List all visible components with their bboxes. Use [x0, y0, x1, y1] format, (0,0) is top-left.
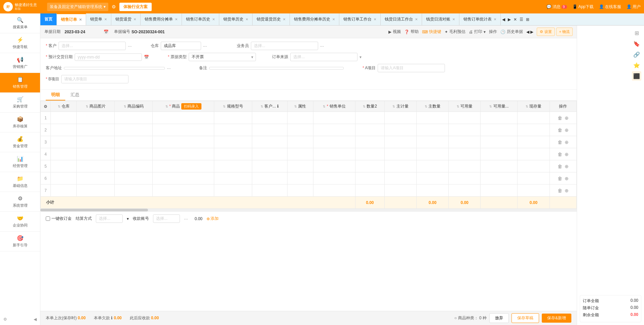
- row-product-code-2[interactable]: [115, 124, 153, 136]
- row-attributes-6[interactable]: [287, 172, 313, 185]
- row-main-unit-4[interactable]: [385, 148, 417, 160]
- a-project-input[interactable]: 请输入A项目: [378, 64, 445, 72]
- tab-prev[interactable]: ◀: [501, 17, 506, 22]
- delivery-calendar-icon[interactable]: 📅: [144, 55, 149, 59]
- industry-button[interactable]: 体验行业方案: [119, 3, 152, 11]
- row-customer-code-3[interactable]: [252, 136, 288, 148]
- row-product-code-7[interactable]: [115, 185, 153, 197]
- row-quantity2-7[interactable]: [355, 185, 384, 197]
- add-button[interactable]: ⊕ 添加: [206, 216, 219, 221]
- row-product-5[interactable]: [153, 160, 214, 172]
- tab-sales-expense[interactable]: 销售费用分摊单 ✕: [141, 13, 182, 26]
- row-quantity2-3[interactable]: [355, 136, 384, 148]
- salesperson-expand[interactable]: ···: [320, 43, 324, 49]
- row-sales-unit-3[interactable]: [313, 136, 355, 148]
- tab-sales-order[interactable]: 销售订单 ✕: [57, 13, 86, 26]
- row-product-image-5[interactable]: [77, 160, 115, 172]
- row-customer-code-2[interactable]: [252, 124, 288, 136]
- row-delete-2[interactable]: 🗑: [557, 127, 563, 133]
- row-spec-6[interactable]: [214, 172, 252, 185]
- row-main-quantity-6[interactable]: [417, 172, 449, 185]
- salesperson-input[interactable]: 选择...: [251, 42, 318, 50]
- row-warehouse-6[interactable]: [51, 172, 77, 185]
- row-sales-unit-5[interactable]: [313, 160, 355, 172]
- row-product-code-6[interactable]: [115, 172, 153, 185]
- delivery-date-input[interactable]: yyyy-mm-dd: [75, 53, 142, 61]
- row-available2-2[interactable]: [481, 124, 518, 136]
- row-spec-3[interactable]: [214, 136, 252, 148]
- row-spec-5[interactable]: [214, 160, 252, 172]
- th-settings[interactable]: ⚙: [41, 101, 51, 112]
- tab-close-invoice-history[interactable]: ✕: [245, 17, 248, 21]
- row-available2-6[interactable]: [481, 172, 518, 185]
- warehouse-expand[interactable]: ···: [203, 43, 207, 49]
- row-current-stock-6[interactable]: [518, 172, 550, 185]
- row-customer-code-4[interactable]: [252, 148, 288, 160]
- row-product-image-6[interactable]: [77, 172, 115, 185]
- row-quantity2-6[interactable]: [355, 172, 384, 185]
- row-current-stock-4[interactable]: [518, 148, 550, 160]
- tab-invoice-history[interactable]: 销货单历史 ✕: [219, 13, 253, 26]
- tab-close-all[interactable]: ✕: [512, 17, 518, 22]
- row-main-unit-1[interactable]: [385, 112, 417, 124]
- row-attributes-5[interactable]: [287, 160, 313, 172]
- row-sales-unit-1[interactable]: [313, 112, 355, 124]
- row-available-5[interactable]: [449, 160, 481, 172]
- tab-close-expense-history[interactable]: ✕: [332, 17, 335, 21]
- row-main-unit-5[interactable]: [385, 160, 417, 172]
- row-copy-5[interactable]: ⊕: [564, 163, 569, 170]
- rp-icon-link[interactable]: 🔗: [632, 50, 641, 59]
- row-available2-3[interactable]: [481, 136, 518, 148]
- row-available-6[interactable]: [449, 172, 481, 185]
- sidebar-item-system[interactable]: ⚙ 系统管理: [0, 192, 40, 212]
- sidebar-item-basic-info[interactable]: 📁 基础信息: [0, 172, 40, 192]
- one-click-deposit-checkbox[interactable]: [46, 216, 50, 221]
- row-product-code-3[interactable]: [115, 136, 153, 148]
- row-main-unit-2[interactable]: [385, 124, 417, 136]
- row-copy-3[interactable]: ⊕: [564, 139, 569, 146]
- row-attributes-1[interactable]: [287, 112, 313, 124]
- row-attributes-3[interactable]: [287, 136, 313, 148]
- tab-reconciliation[interactable]: 钱货日清对账 ✕: [422, 13, 459, 26]
- sidebar-item-enterprise[interactable]: 🤝 企业协同: [0, 212, 40, 232]
- tab-close-sales-invoice[interactable]: ✕: [104, 17, 107, 21]
- row-available2-5[interactable]: [481, 160, 518, 172]
- invoice-type-input[interactable]: 不开票: [189, 53, 256, 61]
- sub-tab-detail[interactable]: 明细: [46, 90, 65, 100]
- row-current-stock-7[interactable]: [518, 185, 550, 197]
- date-input[interactable]: 2023-03-24: [62, 29, 102, 35]
- sidebar-item-operations[interactable]: 📊 经营管理: [0, 152, 40, 172]
- app-download-btn[interactable]: 📱 App下载: [572, 4, 594, 10]
- row-main-unit-7[interactable]: [385, 185, 417, 197]
- sidebar-item-sales[interactable]: 📋 销售管理: [0, 73, 40, 93]
- customer-input[interactable]: 选择...: [59, 42, 126, 50]
- row-attributes-7[interactable]: [287, 185, 313, 197]
- row-current-stock-3[interactable]: [518, 136, 550, 148]
- tab-next[interactable]: ▶: [506, 17, 512, 22]
- row-delete-3[interactable]: 🗑: [557, 139, 563, 146]
- row-current-stock-5[interactable]: [518, 160, 550, 172]
- sidebar-item-search[interactable]: 🔍 搜索菜单: [0, 13, 40, 33]
- row-warehouse-4[interactable]: [51, 148, 77, 160]
- row-current-stock-1[interactable]: [518, 112, 550, 124]
- save-draft-button[interactable]: 保存草稿: [512, 313, 539, 323]
- row-copy-6[interactable]: ⊕: [564, 175, 569, 182]
- add-material-button[interactable]: + 物流: [556, 28, 573, 36]
- row-available2-7[interactable]: [481, 185, 518, 197]
- tab-close-return-history[interactable]: ✕: [283, 17, 286, 21]
- row-customer-code-5[interactable]: [252, 160, 288, 172]
- row-main-unit-3[interactable]: [385, 136, 417, 148]
- row-product-image-2[interactable]: [77, 124, 115, 136]
- row-customer-code-6[interactable]: [252, 172, 288, 185]
- history-btn[interactable]: 🕒 历史单据: [500, 29, 523, 35]
- row-main-quantity-5[interactable]: [417, 160, 449, 172]
- tab-close-sales-expense[interactable]: ✕: [175, 17, 178, 21]
- sidebar-item-quicknav[interactable]: ⚡ 快捷导航: [0, 33, 40, 53]
- row-product-image-7[interactable]: [77, 185, 115, 197]
- tab-close-sales-order-history[interactable]: ✕: [212, 17, 215, 21]
- discard-button[interactable]: 放弃: [489, 313, 509, 323]
- row-warehouse-1[interactable]: [51, 112, 77, 124]
- b-project-input[interactable]: 请输入B项目: [61, 75, 128, 83]
- row-attributes-2[interactable]: [287, 124, 313, 136]
- row-available-3[interactable]: [449, 136, 481, 148]
